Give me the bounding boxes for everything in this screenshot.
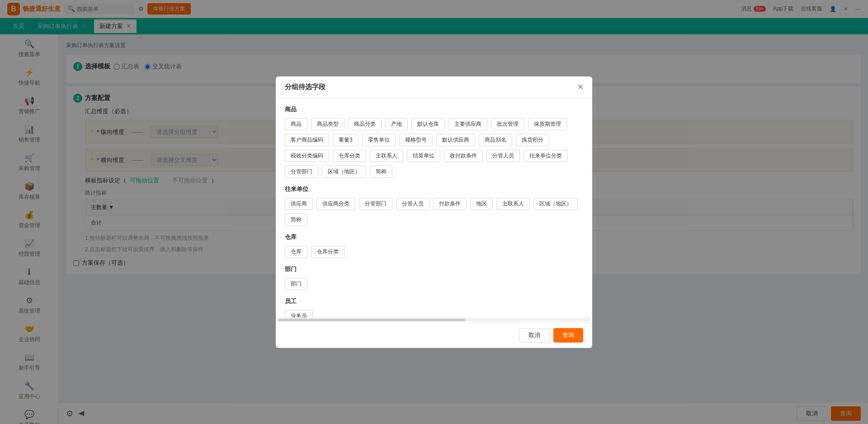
tag-area-cp[interactable]: 区域（地区）	[533, 198, 578, 210]
tag-main-supplier[interactable]: 主要供应商	[448, 118, 487, 130]
tag-dept-managed[interactable]: 分管部门	[285, 166, 318, 178]
modal: 分组待选字段 ✕ 商品 商品 商品类型 商品分类 产地 默认仓库 主要供应商 批…	[276, 76, 592, 348]
warehouse-tags: 仓库 仓库分类	[285, 246, 583, 258]
tag-settlement-unit[interactable]: 结算单位	[407, 150, 440, 162]
modal-hscroll	[276, 318, 592, 322]
goods-tags: 商品 商品类型 商品分类 产地 默认仓库 主要供应商 批次管理 保质期管理 客户…	[285, 118, 583, 178]
section-dept-title: 部门	[285, 265, 583, 273]
tag-goods-type[interactable]: 商品类型	[311, 118, 344, 130]
counterparty-tags: 供应商 供应商分类 分管部门 分管人员 付款条件 地区 主联系人 区域（地区） …	[285, 198, 583, 226]
section-warehouse-title: 仓库	[285, 233, 583, 241]
modal-close-btn[interactable]: ✕	[577, 83, 583, 91]
tag-supervisor[interactable]: 分管人员	[486, 150, 520, 162]
tag-warehouse[interactable]: 仓库	[285, 246, 307, 258]
tag-default-warehouse[interactable]: 默认仓库	[411, 118, 445, 130]
tag-weight[interactable]: 重量3	[333, 134, 359, 146]
tag-region-cp[interactable]: 地区	[470, 198, 493, 210]
tag-main-contact-cp[interactable]: 主联系人	[496, 198, 530, 210]
modal-confirm-btn[interactable]: 查询	[553, 328, 583, 343]
tag-warehouse-cat[interactable]: 仓库分类	[333, 150, 366, 162]
section-counterparty: 往来单位 供应商 供应商分类 分管部门 分管人员 付款条件 地区 主联系人 区域…	[285, 185, 583, 226]
hscroll-thumb[interactable]	[278, 319, 465, 321]
hscroll-track[interactable]	[278, 319, 590, 321]
tag-supplier[interactable]: 供应商	[285, 198, 313, 210]
tag-region-goods[interactable]: 区域（地区）	[322, 166, 366, 178]
modal-cancel-btn[interactable]: 取消	[519, 328, 550, 343]
tag-managed-person[interactable]: 分管人员	[396, 198, 429, 210]
section-employee-title: 员工	[285, 297, 583, 305]
section-counterparty-title: 往来单位	[285, 185, 583, 193]
tag-main-contact[interactable]: 主联系人	[370, 150, 403, 162]
modal-header: 分组待选字段 ✕	[276, 76, 592, 98]
tag-salesperson[interactable]: 业务员	[285, 310, 313, 318]
section-goods: 商品 商品 商品类型 商品分类 产地 默认仓库 主要供应商 批次管理 保质期管理…	[285, 105, 583, 178]
employee-tags: 业务员	[285, 310, 583, 318]
tag-payment-terms[interactable]: 收付款条件	[444, 150, 483, 162]
section-goods-title: 商品	[285, 105, 583, 114]
tag-shortname-cp[interactable]: 简称	[285, 214, 307, 226]
dept-tags: 部门	[285, 278, 583, 290]
tag-expiry-mgmt[interactable]: 保质期管理	[528, 118, 567, 130]
tag-goods-alias[interactable]: 商品别名	[479, 134, 512, 146]
modal-title: 分组待选字段	[285, 83, 326, 91]
tag-short-name-goods[interactable]: 简称	[370, 166, 392, 178]
tag-customer-code[interactable]: 客户商品编码	[285, 134, 329, 146]
section-warehouse: 仓库 仓库 仓库分类	[285, 233, 583, 258]
tag-pick-points[interactable]: 拣货积分	[516, 134, 549, 146]
tag-dept[interactable]: 部门	[285, 278, 307, 290]
section-employee: 员工 业务员	[285, 297, 583, 318]
tag-retail-unit[interactable]: 零售单位	[362, 134, 396, 146]
tag-goods-cat[interactable]: 商品分类	[348, 118, 382, 130]
section-dept: 部门 部门	[285, 265, 583, 290]
tag-counterparty-cat[interactable]: 往来单位分类	[524, 150, 568, 162]
tag-spec-model[interactable]: 规格型号	[399, 134, 433, 146]
modal-body: 商品 商品 商品类型 商品分类 产地 默认仓库 主要供应商 批次管理 保质期管理…	[276, 98, 592, 318]
tag-batch-mgmt[interactable]: 批次管理	[491, 118, 524, 130]
tag-pay-condition[interactable]: 付款条件	[433, 198, 467, 210]
tag-default-supplier[interactable]: 默认供应商	[436, 134, 475, 146]
tag-warehouse-category[interactable]: 仓库分类	[311, 246, 344, 258]
tag-supplier-cat[interactable]: 供应商分类	[316, 198, 355, 210]
tag-managed-dept[interactable]: 分管部门	[359, 198, 392, 210]
modal-overlay: 分组待选字段 ✕ 商品 商品 商品类型 商品分类 产地 默认仓库 主要供应商 批…	[0, 0, 868, 424]
tag-goods[interactable]: 商品	[285, 118, 307, 130]
tag-origin[interactable]: 产地	[385, 118, 408, 130]
modal-footer: 取消 查询	[276, 322, 592, 348]
tag-tax-code[interactable]: 税收分类编码	[285, 150, 329, 162]
